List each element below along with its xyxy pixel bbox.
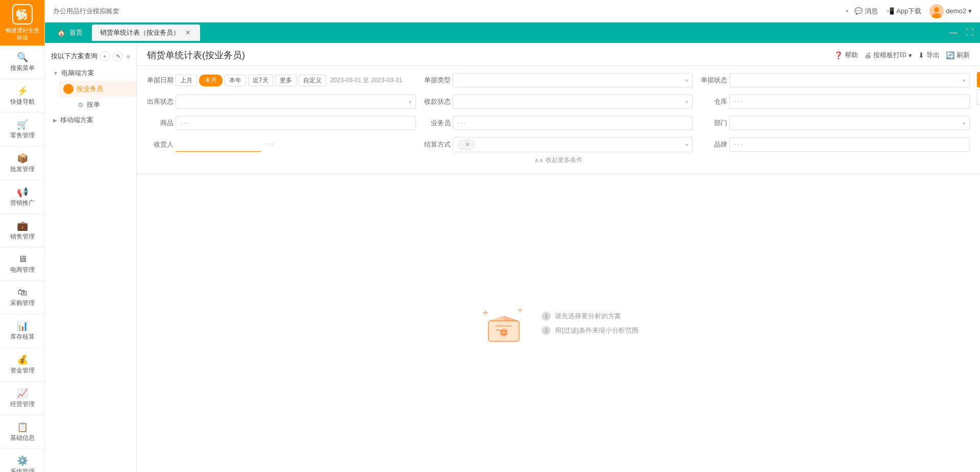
department-arrow: ▾ xyxy=(963,121,965,126)
sidebar-item-quick-nav[interactable]: ⚡ 快捷导航 xyxy=(0,79,44,113)
product-label: 商品 xyxy=(147,119,174,128)
user-name: demo2 xyxy=(946,7,966,15)
warehouse-control: ··· xyxy=(729,95,970,109)
sidebar-item-inventory[interactable]: 📊 库存核算 xyxy=(0,314,44,348)
tab-home[interactable]: 🏠 首页 xyxy=(49,25,91,41)
search-icon: 🔍 xyxy=(17,52,28,63)
tree-child-salesperson-label: 按业务员 xyxy=(77,84,103,93)
sidebar-item-purchase[interactable]: 🛍 采购管理 xyxy=(0,281,44,314)
sidebar-item-basic-info[interactable]: 📋 基础信息 xyxy=(0,415,44,449)
tree-child-by-order[interactable]: ⚙ 按单 xyxy=(59,97,136,112)
topbar: 办公用品行业模拟账套 ▾ 💬 消息 📲 App下载 demo2 xyxy=(45,0,980,22)
finance-icon: 💰 xyxy=(17,354,28,365)
date-btn-this-month[interactable]: 本月 xyxy=(199,75,223,86)
panel-add-btn[interactable]: + xyxy=(100,51,110,61)
tab-minimize-btn[interactable]: — xyxy=(947,26,960,39)
sidebar-item-ecom[interactable]: 🖥 电商管理 xyxy=(0,248,44,281)
panel-header: 按以下方案查询 + ✎ « xyxy=(45,47,136,65)
date-btn-this-year[interactable]: 本年 xyxy=(225,75,246,86)
home-icon: 🏠 xyxy=(57,29,65,37)
sidebar-item-operations-label: 经营管理 xyxy=(10,400,35,409)
sidebar-item-system[interactable]: ⚙️ 系统管理 xyxy=(0,449,44,472)
operations-icon: 📈 xyxy=(17,388,28,399)
query-button[interactable]: 查询 xyxy=(977,72,980,87)
tree-children-desktop: 按业务员 ⚙ 按单 xyxy=(45,81,136,112)
help-action[interactable]: ❓ 帮助 xyxy=(834,51,858,60)
tree-item-desktop[interactable]: ▼ 电脑端方案 xyxy=(45,65,136,81)
sidebar-item-sales[interactable]: 💼 销售管理 xyxy=(0,214,44,248)
sidebar-item-inventory-label: 库存核算 xyxy=(10,333,35,341)
quick-nav-icon: ⚡ xyxy=(17,85,28,97)
print-action[interactable]: 🖨 按模板打印 ▾ xyxy=(864,51,912,60)
filter-row-1: 单据日期 上月 本月 本年 近7天 更多 自定义 2023-03-01 至 20… xyxy=(147,72,970,88)
logo-area[interactable]: 畅 畅捷通好生意 标版 xyxy=(0,0,44,45)
payment-method-label: 结算方式 xyxy=(424,140,451,149)
panel-collapse-btn[interactable]: « xyxy=(126,52,130,60)
message-action[interactable]: 💬 消息 xyxy=(854,7,878,16)
collapse-btn[interactable]: ∧∧ 收起更多条件 xyxy=(147,153,970,168)
date-btn-custom[interactable]: 自定义 xyxy=(299,75,326,86)
system-icon: ⚙️ xyxy=(17,455,28,466)
brand-dots: ··· xyxy=(734,140,744,149)
page-header: 销货单统计表(按业务员) ❓ 帮助 🖨 按模板打印 ▾ ⬇ 导出 xyxy=(137,43,980,66)
payment-status-select[interactable]: ▾ xyxy=(453,95,693,109)
doc-type-label: 单据类型 xyxy=(424,76,451,85)
export-action[interactable]: ⬇ 导出 xyxy=(918,51,940,60)
out-status-select[interactable]: ▾ xyxy=(176,95,416,109)
help-icon: ❓ xyxy=(834,51,843,59)
refresh-action[interactable]: 🔄 刷新 xyxy=(946,51,970,60)
filter-item-payment-status: 收款状态 ▾ xyxy=(424,93,693,110)
sidebar-item-finance[interactable]: 💰 资金管理 xyxy=(0,348,44,382)
sidebar-item-wholesale[interactable]: 📦 批发管理 xyxy=(0,147,44,180)
setting-button[interactable]: 设置 xyxy=(977,89,980,105)
print-icon: 🖨 xyxy=(864,51,871,59)
receiver-input[interactable] xyxy=(176,137,261,152)
department-select[interactable]: ▾ xyxy=(729,116,970,130)
warehouse-dots: ··· xyxy=(734,97,744,106)
date-btn-last-month[interactable]: 上月 xyxy=(176,75,197,86)
empty-state: 1 请先选择要分析的方案 2 用[过滤]条件来缩小分析范围 xyxy=(137,174,980,472)
department-label: 部门 xyxy=(701,119,727,128)
salesperson-select[interactable]: ··· xyxy=(453,116,693,130)
date-btn-7days[interactable]: 近7天 xyxy=(248,75,273,86)
tab-report[interactable]: 销货单统计表（按业务员） ✕ xyxy=(92,25,200,41)
tree-child-salesperson[interactable]: 按业务员 xyxy=(59,81,136,97)
wholesale-icon: 📦 xyxy=(17,153,28,164)
payment-method-arrow: ▾ xyxy=(685,142,688,148)
product-select[interactable]: ··· xyxy=(176,116,416,130)
step-2-num: 2 xyxy=(542,326,551,335)
tab-report-close[interactable]: ✕ xyxy=(184,29,192,37)
sidebar-item-basic-info-label: 基础信息 xyxy=(10,434,35,442)
sidebar-item-search[interactable]: 🔍 搜索菜单 xyxy=(0,45,44,79)
sidebar-item-marketing[interactable]: 📢 营销推广 xyxy=(0,180,44,214)
empty-step-2: 2 用[过滤]条件来缩小分析范围 xyxy=(542,326,638,335)
payment-method-select[interactable]: ✕ ▾ xyxy=(453,137,693,152)
tree-item-mobile[interactable]: ▶ 移动端方案 xyxy=(45,112,136,128)
tabbar: 🏠 首页 销货单统计表（按业务员） ✕ — ⛶ xyxy=(45,22,980,43)
receiver-control: ··· xyxy=(176,137,416,152)
payment-status-label: 收款状态 xyxy=(424,97,451,106)
date-btn-more[interactable]: 更多 xyxy=(275,75,297,86)
panel-edit-btn[interactable]: ✎ xyxy=(113,51,123,61)
step-1-text: 请先选择要分析的方案 xyxy=(555,312,621,321)
payment-method-tag-close[interactable]: ✕ xyxy=(465,141,470,148)
empty-step-1: 1 请先选择要分析的方案 xyxy=(542,312,638,321)
retail-icon: 🛒 xyxy=(17,119,28,130)
doc-type-select[interactable]: ▾ xyxy=(453,73,693,87)
tab-maximize-btn[interactable]: ⛶ xyxy=(964,26,976,39)
sidebar-item-operations[interactable]: 📈 经营管理 xyxy=(0,382,44,415)
svg-point-13 xyxy=(505,331,507,332)
user-profile[interactable]: demo2 ▾ xyxy=(929,4,972,18)
brand-select[interactable]: ··· xyxy=(729,137,970,152)
sidebar-item-ecom-label: 电商管理 xyxy=(10,266,35,274)
content: 按以下方案查询 + ✎ « ▼ 电脑端方案 按业务员 ⚙ 按单 xyxy=(45,43,980,472)
topbar-dropdown-arrow[interactable]: ▾ xyxy=(846,8,848,14)
main: 办公用品行业模拟账套 ▾ 💬 消息 📲 App下载 demo2 xyxy=(45,0,980,472)
print-dropdown[interactable]: ▾ xyxy=(909,52,912,59)
app-download-action[interactable]: 📲 App下载 xyxy=(886,7,921,16)
doc-status-select[interactable]: ▾ xyxy=(729,73,970,87)
panel-header-actions: + ✎ « xyxy=(100,51,130,61)
sidebar-item-retail[interactable]: 🛒 零售管理 xyxy=(0,113,44,147)
basic-info-icon: 📋 xyxy=(17,421,28,433)
warehouse-select[interactable]: ··· xyxy=(729,95,970,109)
